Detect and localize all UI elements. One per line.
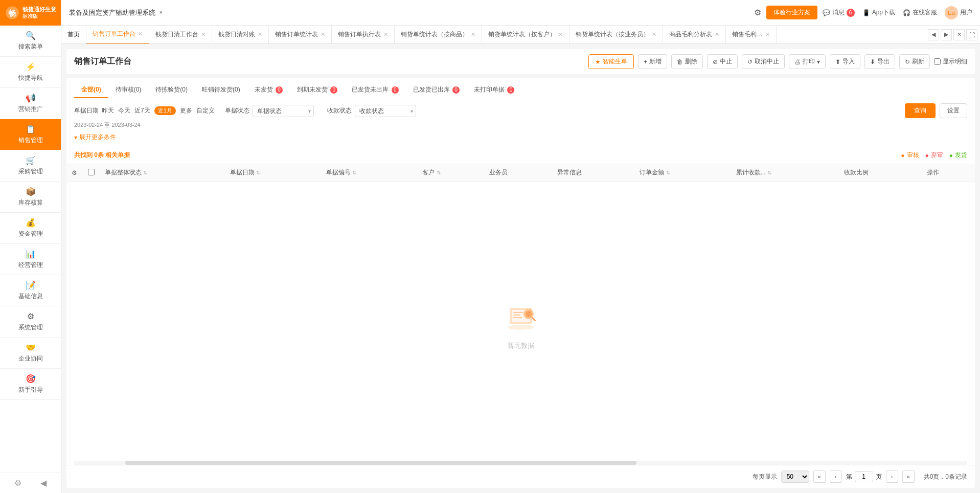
tab-sales-margin[interactable]: 销售毛利… ✕	[726, 26, 777, 44]
tab-daily-clear[interactable]: 钱货日清工作台 ✕	[149, 26, 212, 44]
sidebar-item-guide[interactable]: 🎯 新手引导	[0, 369, 61, 400]
tab-sales-stats[interactable]: 销售订单统计表 ✕	[269, 26, 332, 44]
tab-close-margin-analysis[interactable]: ✕	[715, 31, 719, 38]
import-button[interactable]: ⬆ 导入	[830, 54, 860, 69]
stop-button[interactable]: ⊘ 中止	[707, 54, 738, 69]
tab-close-daily-clear[interactable]: ✕	[201, 31, 206, 38]
th-amount: 订单金额 ⇅	[634, 164, 731, 182]
tab-close-all[interactable]: ✕	[953, 29, 965, 40]
sort-amount-icon[interactable]: ⇅	[666, 170, 670, 175]
tab-sales-order[interactable]: 销售订单工作台 ✕	[86, 26, 149, 44]
sort-status-icon[interactable]: ⇅	[143, 170, 147, 175]
page-next-button[interactable]: ›	[886, 470, 898, 483]
title-dropdown-arrow[interactable]: ▾	[159, 9, 163, 16]
export-button[interactable]: ⬇ 导出	[864, 54, 895, 69]
tab-close-sales-order[interactable]: ✕	[138, 31, 143, 37]
user-menu[interactable]: Ea 用户	[945, 6, 972, 19]
subtab-unshipped[interactable]: 未发货 0	[247, 82, 290, 98]
filter-setting-button[interactable]: 设置	[940, 103, 967, 118]
ai-generate-button[interactable]: ★ 智能生单	[588, 54, 634, 69]
collapse-icon[interactable]: ◀	[40, 478, 47, 488]
add-button[interactable]: + 新增	[638, 54, 667, 69]
app-download-button[interactable]: 📱 App下载	[862, 8, 895, 17]
tab-close-staff-stats[interactable]: ✕	[652, 31, 656, 38]
unprinted-badge: 0	[507, 86, 514, 94]
page-number-input[interactable]	[855, 471, 873, 482]
tab-reconciliation[interactable]: 钱货日清对账 ✕	[212, 26, 269, 44]
sidebar-item-search[interactable]: 🔍 搜索菜单	[0, 26, 61, 57]
tab-margin-analysis[interactable]: 商品毛利分析表 ✕	[663, 26, 726, 44]
cancel-stop-button[interactable]: ↺ 取消中止	[742, 54, 785, 69]
tab-staff-stats[interactable]: 销货单统计表（按业务员） ✕	[569, 26, 663, 44]
tab-customer-stats[interactable]: 销货单统计表（按客户） ✕	[482, 26, 569, 44]
sidebar-item-finance[interactable]: 💰 资金管理	[0, 213, 61, 244]
date-opt-custom[interactable]: 自定义	[196, 106, 215, 115]
cancel-stop-icon: ↺	[747, 58, 753, 65]
subtab-unprinted[interactable]: 未打印单据 0	[467, 82, 521, 98]
approve-action[interactable]: ● 审核	[901, 151, 919, 160]
select-all-checkbox[interactable]	[88, 169, 95, 175]
date-opt-1month[interactable]: 近1月	[154, 106, 176, 115]
online-service-button[interactable]: 🎧 在线客服	[903, 8, 937, 17]
subtab-all[interactable]: 全部(0)	[74, 82, 108, 98]
table-header-bar: 共找到 0条 相关单据 ● 审核 ● 弃审 ● 发货	[66, 147, 975, 164]
subtab-wangpu-ship[interactable]: 旺铺待发货(0)	[195, 82, 247, 98]
tab-close-customer-stats[interactable]: ✕	[558, 31, 563, 38]
tab-scroll-left[interactable]: ◀	[928, 29, 939, 40]
sidebar-item-basic-info[interactable]: 📝 基础信息	[0, 275, 61, 306]
topbar-gear-icon[interactable]: ⚙	[754, 8, 761, 17]
subtab-pending-inspect[interactable]: 待拣验货(0)	[148, 82, 195, 98]
sort-customer-icon[interactable]: ⇅	[437, 170, 441, 175]
sidebar-item-inventory[interactable]: 📦 库存核算	[0, 182, 61, 213]
sidebar-item-purchase[interactable]: 🛒 采购管理	[0, 150, 61, 182]
tab-close-reconciliation[interactable]: ✕	[258, 31, 262, 38]
tab-fullscreen[interactable]: ⛶	[966, 29, 977, 40]
column-settings-icon[interactable]: ⚙	[72, 169, 77, 176]
sort-cumulative-icon[interactable]: ⇅	[767, 170, 771, 175]
subtab-shipped-not-outbound[interactable]: 已发货未出库 0	[345, 82, 405, 98]
sort-number-icon[interactable]: ⇅	[352, 170, 356, 175]
industry-solution-button[interactable]: 体验行业方案	[766, 6, 817, 19]
ship-action[interactable]: ● 发货	[949, 151, 967, 160]
settings-footer-icon[interactable]: ⚙	[14, 478, 21, 488]
message-button[interactable]: 💬 消息 6	[823, 8, 855, 17]
sidebar-item-marketing[interactable]: 📢 营销推广	[0, 88, 61, 119]
subtab-shipped-outbound[interactable]: 已发货已出库 0	[406, 82, 467, 98]
date-opt-yesterday[interactable]: 昨天	[102, 106, 114, 115]
date-opt-today[interactable]: 今天	[118, 106, 130, 115]
show-detail-checkbox[interactable]: 显示明细	[934, 57, 967, 66]
status-select[interactable]: 单据状态	[253, 105, 314, 117]
page-first-button[interactable]: «	[813, 470, 826, 483]
tab-goods-stats[interactable]: 销货单统计表（按商品） ✕	[395, 26, 482, 44]
scrollbar-thumb[interactable]	[125, 461, 636, 465]
date-opt-more[interactable]: 更多	[180, 106, 192, 115]
subtab-overdue-unshipped[interactable]: 到期未发货 0	[290, 82, 345, 98]
payment-select[interactable]: 收款状态	[355, 105, 416, 117]
expand-filter-button[interactable]: ▾ 展开更多条件	[74, 133, 967, 142]
tab-home[interactable]: 首页	[61, 26, 86, 44]
sidebar-item-system[interactable]: ⚙ 系统管理	[0, 306, 61, 338]
print-button[interactable]: 🖨 打印 ▾	[789, 54, 826, 69]
page-last-button[interactable]: »	[902, 470, 915, 483]
delete-button[interactable]: 🗑 删除	[671, 54, 703, 69]
sort-date-icon[interactable]: ⇅	[256, 170, 260, 175]
tab-scroll-right[interactable]: ▶	[941, 29, 952, 40]
tab-close-sales-margin[interactable]: ✕	[765, 31, 770, 38]
sidebar-item-enterprise[interactable]: 🤝 企业协同	[0, 338, 61, 369]
tab-close-sales-exec[interactable]: ✕	[383, 31, 388, 38]
sidebar-item-quicknav[interactable]: ⚡ 快捷导航	[0, 57, 61, 88]
refresh-button[interactable]: ↻ 刷新	[899, 54, 930, 69]
tab-sales-exec[interactable]: 销售订单执行表 ✕	[332, 26, 395, 44]
page-prev-button[interactable]: ‹	[830, 470, 842, 483]
subtab-pending-review[interactable]: 待审核(0)	[108, 82, 149, 98]
revoke-action[interactable]: ● 弃审	[925, 151, 943, 160]
tab-close-sales-stats[interactable]: ✕	[321, 31, 325, 38]
show-detail-input[interactable]	[934, 58, 941, 65]
query-button[interactable]: 查询	[905, 103, 936, 118]
per-page-select[interactable]: 50 10 20 100	[781, 470, 809, 483]
date-opt-7days[interactable]: 近7天	[134, 106, 150, 115]
sidebar-item-sales[interactable]: 📋 销售管理	[0, 119, 61, 150]
sidebar-item-operations[interactable]: 📊 经营管理	[0, 244, 61, 275]
tab-close-goods-stats[interactable]: ✕	[471, 31, 475, 38]
horizontal-scrollbar[interactable]	[74, 461, 967, 465]
